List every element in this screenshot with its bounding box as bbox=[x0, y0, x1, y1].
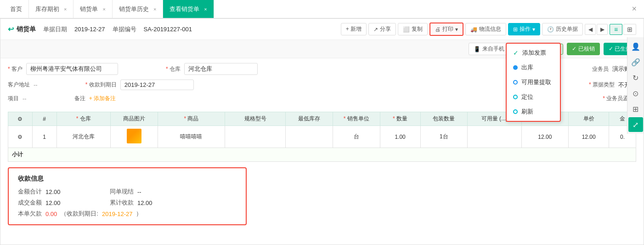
cumulative-value: 12.00 bbox=[137, 199, 153, 206]
sidebar-person-btn[interactable]: 👤 bbox=[628, 39, 643, 54]
cumulative-label: 累计收款 bbox=[110, 199, 134, 207]
dropdown-refresh[interactable]: 刷新 bbox=[507, 104, 560, 119]
col-num: # bbox=[32, 112, 56, 126]
logistics-button[interactable]: 🚚 物流信息 bbox=[465, 23, 506, 35]
cumulative-row: 累计收款 12.00 bbox=[110, 199, 202, 207]
share-icon: ↗ bbox=[373, 26, 378, 33]
row-product: 嘻嘻嘻嘻 bbox=[158, 126, 225, 148]
from-mobile-button[interactable]: 📱 来自手机 bbox=[469, 43, 509, 55]
project-label: 项目 bbox=[8, 95, 19, 103]
tab-home-label: 首页 bbox=[10, 5, 22, 13]
payment-date-label: 收款到期日 bbox=[85, 81, 117, 89]
tab-sales-history-close[interactable]: × bbox=[153, 6, 156, 12]
operation-button-label: 操作 bbox=[520, 25, 531, 33]
payment-info-title: 收款信息 bbox=[18, 175, 237, 183]
available-qty-icon bbox=[513, 80, 518, 85]
row-gear[interactable]: ⚙ bbox=[8, 126, 33, 148]
sidebar-refresh-btn[interactable]: ↻ bbox=[628, 70, 643, 85]
row-pack-qty: 1台 bbox=[420, 126, 468, 148]
tab-sales-order-close[interactable]: × bbox=[102, 6, 105, 12]
dropdown-outbound[interactable]: 出库 bbox=[507, 60, 560, 75]
row-warehouse: 河北仓库 bbox=[56, 126, 110, 148]
dropdown-available-qty[interactable]: 可用量提取 bbox=[507, 75, 560, 90]
tab-view-sales[interactable]: 查看销货单 × bbox=[163, 0, 214, 18]
tab-sales-order[interactable]: 销货单 × bbox=[73, 0, 112, 18]
operation-button[interactable]: ⊞ 操作 ▾ bbox=[508, 23, 540, 35]
grid-view-btn[interactable]: ⊞ bbox=[623, 24, 636, 35]
transaction-label: 成交金额 bbox=[18, 199, 42, 207]
col-product: 商品 bbox=[158, 112, 225, 126]
window-close-button[interactable]: × bbox=[628, 4, 640, 14]
total-amount-row: 金额合计 12.00 bbox=[18, 188, 110, 196]
copy-button[interactable]: ⬜ 复制 bbox=[398, 23, 428, 35]
payment-date-field: 收款到期日 2019-12-27 bbox=[85, 80, 194, 90]
refresh-label: 刷新 bbox=[521, 108, 533, 116]
payment-date-value[interactable]: 2019-12-27 bbox=[120, 80, 194, 90]
from-mobile-label: 来自手机 bbox=[482, 45, 504, 53]
customer-field: 客户 柳州粤港平安气体有限公司 bbox=[8, 63, 118, 75]
mobile-icon: 📱 bbox=[474, 46, 480, 52]
doc-date-label: 单据日期 bbox=[43, 25, 67, 34]
customer-value[interactable]: 柳州粤港平安气体有限公司 bbox=[26, 63, 118, 75]
sidebar-table-btn[interactable]: ⊞ bbox=[628, 102, 643, 116]
confirm-label-btn[interactable]: ✓ 已核销 bbox=[567, 43, 599, 55]
customer-label: 客户 bbox=[8, 65, 23, 73]
tab-home[interactable]: 首页 bbox=[4, 0, 29, 18]
sidebar-expand-btn[interactable]: ⤢ bbox=[628, 117, 643, 132]
row-sales-unit: 台 bbox=[333, 126, 380, 148]
toolbar: + 新增 ↗ 分享 ⬜ 复制 🖨 打印 ▾ 🚚 物流信息 ⊞ 操作 bbox=[341, 23, 636, 36]
view-switch: ≡ ⊞ bbox=[610, 24, 636, 35]
subtotal-label: 小计 bbox=[8, 148, 636, 162]
doc-title: ↩ 销货单 bbox=[8, 25, 36, 34]
same-order-value: -- bbox=[137, 188, 141, 195]
total-amount-value: 12.00 bbox=[45, 188, 61, 195]
print-button[interactable]: 🖨 打印 ▾ bbox=[429, 23, 463, 36]
address-value: -- bbox=[34, 81, 38, 88]
dropdown-add-invoice[interactable]: ✓ 添加发票 bbox=[507, 46, 560, 60]
col-min-stock: 最低库存 bbox=[286, 112, 333, 126]
payment-info-box: 收款信息 金额合计 12.00 同单现结 -- 成交金额 12.00 累计收款 … bbox=[8, 167, 247, 225]
tab-view-sales-close[interactable]: × bbox=[204, 6, 207, 12]
doc-number-value: SA-20191227-001 bbox=[144, 26, 192, 33]
tab-inventory-init[interactable]: 库存期初 × bbox=[29, 0, 73, 18]
warehouse-value[interactable]: 河北仓库 bbox=[184, 63, 258, 75]
row-num: 1 bbox=[32, 126, 56, 148]
history-button[interactable]: 🕐 历史单据 bbox=[542, 23, 583, 35]
new-button[interactable]: + 新增 bbox=[341, 23, 367, 35]
project-value: -- bbox=[23, 95, 27, 102]
arrears-hint: （收款到期日: bbox=[61, 210, 98, 218]
add-invoice-icon: ✓ bbox=[513, 49, 519, 57]
locate-label: 定位 bbox=[521, 93, 533, 101]
sidebar-person-circle-btn[interactable]: ⊙ bbox=[628, 86, 643, 101]
row-product-img bbox=[110, 126, 158, 148]
next-arrow[interactable]: ▶ bbox=[597, 24, 608, 35]
tab-inventory-init-close[interactable]: × bbox=[64, 6, 67, 12]
row-available bbox=[468, 126, 521, 148]
copy-icon: ⬜ bbox=[403, 26, 410, 33]
history-button-label: 历史单据 bbox=[556, 25, 578, 33]
note-add-link[interactable]: + 添加备注 bbox=[89, 95, 116, 103]
sidebar-link-btn[interactable]: 🔗 bbox=[628, 55, 643, 69]
tab-sales-history[interactable]: 销货单历史 × bbox=[113, 0, 163, 18]
subtotal-row: 小计 bbox=[8, 148, 636, 162]
prev-arrow[interactable]: ◀ bbox=[585, 24, 596, 35]
confirm-label: ✓ 已核销 bbox=[572, 45, 594, 53]
col-sales-unit: 销售单位 bbox=[333, 112, 380, 126]
col-pack-qty: 包装数量 bbox=[420, 112, 468, 126]
operation-icon: ⊞ bbox=[513, 26, 518, 33]
locate-icon bbox=[513, 95, 518, 99]
list-view-btn[interactable]: ≡ bbox=[610, 24, 622, 35]
dropdown-locate[interactable]: 定位 bbox=[507, 90, 560, 104]
doc-icon: ↩ bbox=[8, 25, 14, 34]
row-stock: 12.00 bbox=[521, 126, 569, 148]
operation-dropdown-arrow: ▾ bbox=[532, 26, 535, 33]
doc-meta: 单据日期 2019-12-27 单据编号 SA-20191227-001 bbox=[43, 25, 192, 34]
same-order-label: 同单现结 bbox=[110, 188, 134, 196]
nav-arrows: ◀ ▶ bbox=[585, 24, 608, 35]
add-invoice-label: 添加发票 bbox=[522, 49, 546, 57]
warehouse-label: 仓库 bbox=[166, 65, 181, 73]
warehouse-field: 仓库 河北仓库 bbox=[166, 63, 258, 75]
address-field: 客户地址 -- bbox=[8, 81, 38, 89]
share-button[interactable]: ↗ 分享 bbox=[368, 23, 396, 35]
row-min-stock bbox=[286, 126, 333, 148]
